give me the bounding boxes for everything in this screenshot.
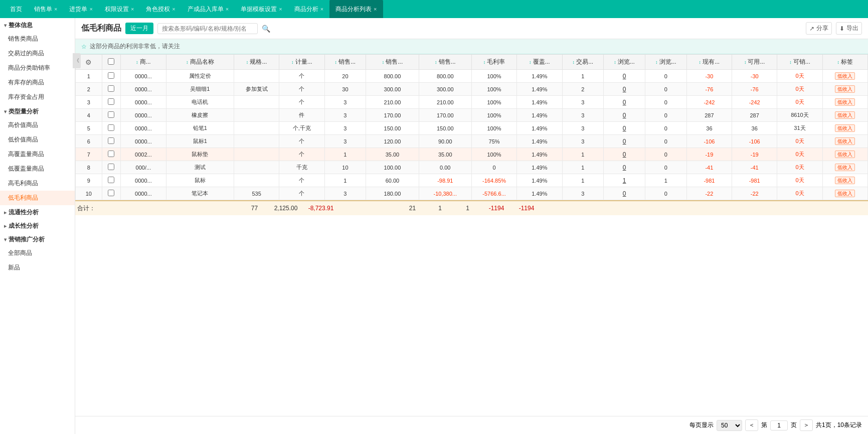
row-checkbox[interactable] <box>108 177 114 183</box>
sidebar-item-high-margin[interactable]: 高毛利商品 <box>0 176 75 191</box>
row-checkbox[interactable] <box>108 111 114 118</box>
col-spec[interactable]: ↕ 规格... <box>234 55 279 70</box>
row-checkbox[interactable] <box>108 137 114 144</box>
sidebar-item-new-products[interactable]: 新品 <box>0 260 75 275</box>
row-check[interactable] <box>102 148 121 161</box>
row-name: 测试 <box>166 161 234 174</box>
col-unit[interactable]: ↕ 计量... <box>279 55 324 70</box>
nav-item-permissions[interactable]: 权限设置 × <box>99 0 140 18</box>
close-roles-tab[interactable]: × <box>172 6 175 12</box>
sidebar-group-overall[interactable]: ▾ 整体信息 <box>0 18 75 32</box>
table-body: 1 0000... 属性定价 个 20 800.00 800.00 100% 1… <box>76 70 868 200</box>
row-spec <box>234 148 279 161</box>
close-purchase-tab[interactable]: × <box>89 6 92 12</box>
col-sales-profit[interactable]: ↕ 销售... <box>419 55 471 70</box>
search-icon[interactable]: 🔍 <box>262 25 270 33</box>
col-check[interactable] <box>102 55 121 70</box>
nav-item-home[interactable]: 首页 <box>4 0 28 18</box>
row-checkbox[interactable] <box>108 190 114 196</box>
row-code: 0000... <box>121 70 166 83</box>
next-page-button[interactable]: ＞ <box>800 419 813 431</box>
sidebar-group-type[interactable]: ▾ 类型量分析 <box>0 104 75 118</box>
nav-item-product-analysis[interactable]: 商品分析 × <box>288 0 329 18</box>
col-browse2[interactable]: ↕ 浏览... <box>645 55 687 70</box>
export-button[interactable]: ⬇ 导出 <box>836 22 862 35</box>
col-browse1[interactable]: ↕ 浏览... <box>604 55 645 70</box>
prev-page-button[interactable]: ＜ <box>745 419 758 431</box>
col-sellable[interactable]: ↕ 可销... <box>777 55 822 70</box>
row-check[interactable] <box>102 161 121 174</box>
col-tag[interactable]: ↕ 标签 <box>822 55 867 70</box>
nav-item-product-analysis-list[interactable]: 商品分析列表 × <box>329 0 383 18</box>
row-sales-qty: 3 <box>324 122 366 135</box>
row-unit: 个 <box>279 135 324 148</box>
row-check[interactable] <box>102 96 121 109</box>
row-checkbox[interactable] <box>108 72 114 79</box>
close-permissions-tab[interactable]: × <box>131 6 134 12</box>
row-checkbox[interactable] <box>108 98 114 105</box>
row-check[interactable] <box>102 70 121 83</box>
table-row: 8 000/... 测试 千克 10 100.00 0.00 0 1.49% 1… <box>76 161 868 174</box>
sidebar-group-circulation[interactable]: ▸ 流通性分析 <box>0 205 75 219</box>
col-available[interactable]: ↕ 可用... <box>732 55 777 70</box>
share-button[interactable]: ↗ 分享 <box>806 22 832 35</box>
row-check[interactable] <box>102 174 121 187</box>
sidebar-item-traded-products[interactable]: 交易过的商品 <box>0 46 75 61</box>
sidebar-item-low-value[interactable]: 低价值商品 <box>0 132 75 147</box>
row-check[interactable] <box>102 109 121 122</box>
page-size-select[interactable]: 50 10 20 100 <box>717 420 742 431</box>
sidebar-item-low-margin[interactable]: 低毛利商品 <box>0 191 75 205</box>
col-transactions[interactable]: ↕ 交易... <box>562 55 604 70</box>
sidebar-group-growth[interactable]: ▸ 成长性分析 <box>0 219 75 232</box>
col-sales-qty[interactable]: ↕ 销售... <box>324 55 366 70</box>
close-template-tab[interactable]: × <box>279 6 282 12</box>
col-coverage[interactable]: ↕ 覆盖... <box>517 55 562 70</box>
row-available: -22 <box>732 187 777 200</box>
col-sales-amt[interactable]: ↕ 销售... <box>366 55 419 70</box>
row-unit: 个 <box>279 187 324 200</box>
row-transactions: 1 <box>562 161 604 174</box>
sidebar-item-in-stock[interactable]: 有库存的商品 <box>0 75 75 90</box>
row-browse2: 0 <box>645 96 687 109</box>
sidebar-item-stock-capital[interactable]: 库存资金占用 <box>0 90 75 104</box>
sidebar-collapse-button[interactable]: 《 <box>73 53 81 68</box>
sidebar-item-high-value[interactable]: 高价值商品 <box>0 118 75 132</box>
nav-item-sales[interactable]: 销售单 × <box>28 0 63 18</box>
search-input[interactable] <box>157 23 258 34</box>
sidebar-item-high-coverage[interactable]: 高覆盖量商品 <box>0 147 75 162</box>
sidebar-item-all-products[interactable]: 全部商品 <box>0 246 75 260</box>
nav-item-roles[interactable]: 角色授权 × <box>140 0 181 18</box>
top-navigation: 首页 销售单 × 进货单 × 权限设置 × 角色授权 × 产成品入库单 × 单据… <box>0 0 868 18</box>
row-check[interactable] <box>102 83 121 96</box>
row-no: 3 <box>76 96 102 109</box>
date-filter-button[interactable]: 近一月 <box>125 23 153 34</box>
sidebar-item-low-coverage[interactable]: 低覆盖量商品 <box>0 162 75 176</box>
close-product-analysis-list-tab[interactable]: × <box>374 6 377 12</box>
close-sales-tab[interactable]: × <box>54 6 57 12</box>
sidebar-item-sales-products[interactable]: 销售类商品 <box>0 32 75 46</box>
row-checkbox[interactable] <box>108 85 114 92</box>
row-check[interactable] <box>102 122 121 135</box>
nav-item-purchase[interactable]: 进货单 × <box>63 0 98 18</box>
sidebar-item-category-rate[interactable]: 商品分类助销率 <box>0 61 75 75</box>
row-spec: 参加复试 <box>234 83 279 96</box>
row-checkbox[interactable] <box>108 124 114 131</box>
row-check[interactable] <box>102 187 121 200</box>
select-all-checkbox[interactable] <box>108 58 114 65</box>
nav-item-template[interactable]: 单据模板设置 × <box>235 0 288 18</box>
row-name: 电话机 <box>166 96 234 109</box>
col-code[interactable]: ↕ 商... <box>121 55 166 70</box>
col-gross-rate[interactable]: ↕ 毛利率 <box>471 55 516 70</box>
row-sales-profit: 35.00 <box>419 148 471 161</box>
close-products-in-tab[interactable]: × <box>226 6 229 12</box>
page-number-input[interactable] <box>770 420 788 430</box>
row-checkbox[interactable] <box>108 164 114 170</box>
close-product-analysis-tab[interactable]: × <box>320 6 323 12</box>
sidebar-group-marketing[interactable]: ▾ 营销推广分析 <box>0 232 75 246</box>
row-check[interactable] <box>102 135 121 148</box>
row-checkbox[interactable] <box>108 151 114 157</box>
row-code: 0000... <box>121 135 166 148</box>
nav-item-products-in[interactable]: 产成品入库单 × <box>182 0 235 18</box>
col-name[interactable]: ↕ 商品名称 <box>166 55 234 70</box>
col-current-stock[interactable]: ↕ 现有... <box>686 55 732 70</box>
